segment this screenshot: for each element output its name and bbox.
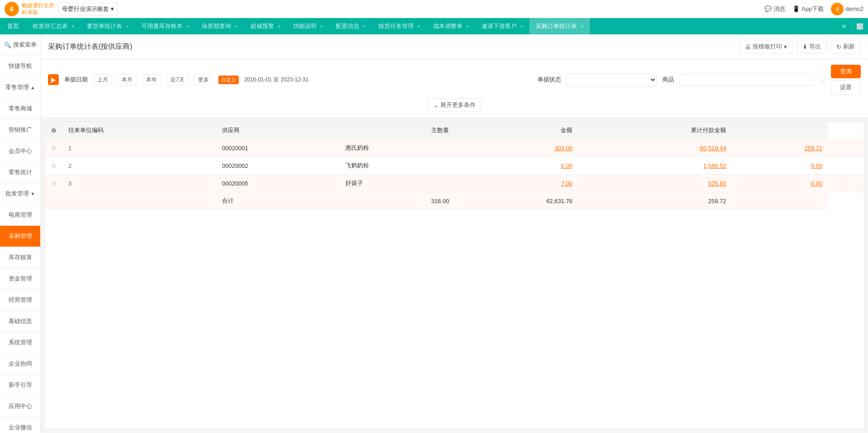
nav-maximize-button[interactable]: ⬜ [852, 18, 868, 34]
nav-actions: ✕ ⬜ [835, 18, 868, 34]
page-title: 采购订单统计表(按供应商) [48, 42, 132, 52]
print-button[interactable]: 🖨 按模板打印 ▾ [739, 40, 793, 53]
sidebar-item-retail-mall[interactable]: 零售商城 [0, 98, 40, 119]
close-tab-yaohuodan[interactable]: × [126, 24, 128, 29]
close-tab-gongneng[interactable]: × [320, 24, 323, 29]
status-select[interactable] [566, 73, 657, 86]
data-table: ⚙ 往来单位编码 供应商 主数量 金额 累计付款金额 ⚙ 1 00020001 … [45, 122, 864, 210]
sidebar-item-app-center[interactable]: 应用中心 [0, 396, 40, 417]
nav-tab-gongneng[interactable]: 功能说明 × [287, 18, 329, 34]
nav-tab-yaohuodan[interactable]: 要货单统计表 × [80, 18, 135, 34]
row-quantity[interactable]: 303.00 [454, 139, 578, 157]
close-tab-jianhuo[interactable]: × [417, 24, 420, 29]
sidebar-item-retail-stats[interactable]: 零售统计 [0, 162, 40, 183]
sidebar-item-wholesale[interactable]: 批发管理 ▼ [0, 183, 40, 205]
main-layout: 🔍 搜索菜单 快捷导航 零售管理 ▲ 零售商城 营销推广 会员中心 零售统计 批… [0, 34, 868, 433]
footer-quantity: 316.00 [340, 192, 454, 210]
logo-area: 6 畅捷通好生意 标准版 [5, 2, 54, 16]
logo-icon: 6 [5, 2, 19, 16]
row-num: 3 [63, 175, 217, 192]
export-button[interactable]: ⬇ 导出 [797, 40, 827, 53]
row-code: 00020005 [217, 175, 340, 192]
message-icon: 💬 [764, 5, 772, 12]
row-paid[interactable]: 0.00 [731, 175, 828, 192]
col-extra [731, 122, 828, 139]
sidebar-item-wechat[interactable]: 企业微信 [0, 417, 40, 433]
footer-paid: 259.72 [578, 192, 731, 210]
refresh-button[interactable]: ↻ 刷新 [830, 40, 861, 53]
sidebar-item-inventory[interactable]: 库存核算 [0, 247, 40, 268]
date-btn-7days[interactable]: 近7天 [166, 74, 189, 86]
sidebar-item-basic-info[interactable]: 基础信息 [0, 311, 40, 332]
top-bar: 6 畅捷通好生意 标准版 母婴行业演示账套 ▾ 💬 消息 📱 App下载 d d… [0, 0, 868, 18]
nav-tab-shoufacun[interactable]: 收发存汇总表 × [26, 18, 80, 34]
nav-tab-chaochuyujing[interactable]: 超储预警 × [244, 18, 287, 34]
row-paid[interactable]: 0.00 [731, 157, 828, 175]
close-tab-peizhi[interactable]: × [363, 24, 366, 29]
nav-tab-yaoqing[interactable]: 邀请下游客户 × [475, 18, 529, 34]
date-btn-this-month[interactable]: 本月 [118, 74, 137, 86]
more-fields-link[interactable]: ... [821, 76, 826, 83]
sidebar-item-ecommerce[interactable]: 电商管理 [0, 205, 40, 226]
row-amount[interactable]: 1,586.52 [578, 157, 731, 175]
nav-tab-jianhuo[interactable]: 拣货任务管理 × [372, 18, 426, 34]
print-icon: 🖨 [745, 43, 751, 50]
sidebar-item-newbie[interactable]: 新手引导 [0, 375, 40, 396]
sidebar-item-purchase[interactable]: 采购管理 [0, 226, 40, 247]
search-button[interactable]: 查询 [831, 65, 861, 78]
row-quantity[interactable]: 7.00 [454, 175, 578, 192]
close-tab-chaochuyujing[interactable]: × [278, 24, 280, 29]
nav-tab-baozhi[interactable]: 保质期查询 × [195, 18, 244, 34]
date-btn-more[interactable]: 更多 [194, 74, 213, 86]
sidebar-item-operations[interactable]: 经营管理 [0, 290, 40, 311]
row-settings-icon: ⚙ [45, 139, 63, 157]
close-tab-baozhi[interactable]: × [235, 24, 237, 29]
close-tab-caigou[interactable]: × [580, 24, 583, 29]
sidebar-item-enterprise[interactable]: 企业协同 [0, 353, 40, 375]
app-download-button[interactable]: 📱 App下载 [793, 5, 824, 13]
col-settings[interactable]: ⚙ [45, 122, 63, 139]
table-body: ⚙ 1 00020001 惠氏奶粉 303.00 60,519.44 259.7… [45, 139, 864, 192]
goods-input[interactable] [679, 74, 815, 86]
nav-close-button[interactable]: ✕ [835, 18, 852, 34]
nav-tab-caigou[interactable]: 采购订单统计表 × [529, 18, 590, 34]
table-row: ⚙ 1 00020001 惠氏奶粉 303.00 60,519.44 259.7… [45, 139, 864, 157]
expand-button[interactable]: ⌄ 展开更多条件 [428, 98, 481, 112]
sidebar-item-member[interactable]: 会员中心 [0, 141, 40, 162]
refresh-icon: ↻ [836, 43, 841, 50]
row-code: 00020002 [217, 157, 340, 175]
table-area: ⚙ 往来单位编码 供应商 主数量 金额 累计付款金额 ⚙ 1 00020001 … [44, 121, 864, 429]
close-tab-shoufacun[interactable]: × [71, 24, 74, 29]
sidebar-item-retail-mgmt[interactable]: 零售管理 ▲ [0, 77, 40, 98]
close-tab-chengben[interactable]: × [466, 24, 469, 29]
date-btn-last-month[interactable]: 上月 [93, 74, 112, 86]
row-quantity[interactable]: 6.00 [454, 157, 578, 175]
workspace-selector[interactable]: 母婴行业演示账套 ▾ [58, 3, 118, 15]
settings-button[interactable]: 设置 [831, 80, 861, 95]
filter-toggle-button[interactable]: ▶ [48, 74, 59, 85]
user-menu[interactable]: d demo2 [831, 3, 863, 15]
export-icon: ⬇ [802, 43, 807, 50]
row-amount[interactable]: 60,519.44 [578, 139, 731, 157]
messages-button[interactable]: 💬 消息 [764, 5, 785, 13]
close-tab-keyongliang[interactable]: × [186, 24, 189, 29]
sidebar-item-finance[interactable]: 资金管理 [0, 268, 40, 290]
sidebar-item-sys-mgmt[interactable]: 系统管理 [0, 332, 40, 353]
sidebar-item-quicknav[interactable]: 快捷导航 [0, 56, 40, 77]
nav-tab-keyongliang[interactable]: 可用量库存账本 × [135, 18, 195, 34]
sidebar-item-search[interactable]: 🔍 搜索菜单 [0, 34, 40, 56]
sidebar-item-marketing[interactable]: 营销推广 [0, 119, 40, 141]
footer-amount: 62,631.76 [454, 192, 578, 210]
nav-tab-peizhi[interactable]: 配置信息 × [330, 18, 372, 34]
close-tab-yaoqing[interactable]: × [520, 24, 523, 29]
nav-home[interactable]: 首页 [0, 18, 26, 34]
filter-row1: ▶ 单据日期 上月 本月 本年 近7天 更多 自定义 2016-01-01 至 … [48, 65, 861, 95]
date-btn-this-year[interactable]: 本年 [142, 74, 161, 86]
date-label: 单据日期 [64, 76, 88, 84]
row-amount[interactable]: 525.80 [578, 175, 731, 192]
footer-label: 合计 [217, 192, 340, 210]
row-paid[interactable]: 259.72 [731, 139, 828, 157]
chevron-icon2: ▼ [31, 191, 35, 196]
avatar-initial: d [836, 6, 839, 12]
nav-tab-chengben[interactable]: 成本调整单 × [427, 18, 475, 34]
